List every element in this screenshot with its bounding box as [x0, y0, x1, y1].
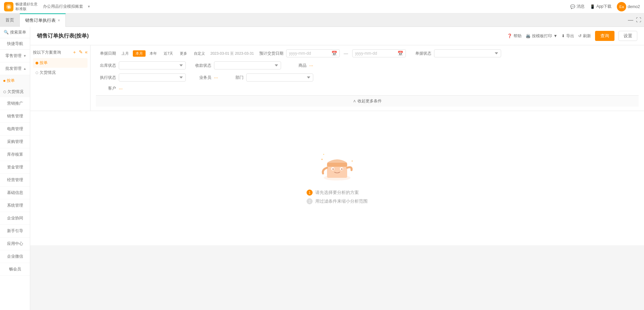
expected-date-start: 📅	[286, 49, 340, 57]
sidebar-shortcut[interactable]: 快捷导航	[0, 38, 30, 50]
date-tab-custom[interactable]: 自定义	[191, 50, 208, 57]
settings-btn[interactable]: 设置	[619, 31, 637, 41]
date-tab-last7days[interactable]: 近7天	[161, 50, 176, 57]
filter-conditions: 单据日期 上月 本月 本年 近7天 更多 自定义 2023-03-01 至 20…	[91, 45, 644, 111]
sidebar-item-marketing[interactable]: 营销推广	[0, 97, 30, 110]
logo-icon: 畅	[4, 2, 13, 11]
tab-home[interactable]: 首页	[0, 13, 20, 27]
sidebar-item-cooperation[interactable]: 企业协同	[0, 212, 30, 225]
filter-row-1: 单据日期 上月 本月 本年 近7天 更多 自定义 2023-03-01 至 20…	[96, 49, 639, 57]
execution-select[interactable]	[119, 73, 186, 82]
tab-maximize-btn[interactable]: ⛶	[636, 17, 641, 23]
filter-group-date: 单据日期 上月 本月 本年 近7天 更多 自定义 2023-03-01 至 20…	[96, 50, 254, 57]
sidebar-item-ecommerce[interactable]: 电商管理	[0, 123, 30, 136]
scheme-dot	[36, 71, 38, 74]
empty-steps: 1 请先选择要分析的方案 2 用过滤条件来缩小分析范围	[307, 190, 368, 207]
refresh-btn[interactable]: ↺ 刷新	[578, 33, 591, 39]
date-tab-thisyear[interactable]: 本年	[147, 50, 160, 57]
date-tab-lastmonth[interactable]: 上月	[119, 50, 131, 57]
sidebar-item-operations[interactable]: 经营管理	[0, 174, 30, 187]
print-dropdown-arrow[interactable]: ▼	[553, 34, 557, 38]
collapse-scheme-btn[interactable]: «	[85, 49, 88, 55]
help-btn[interactable]: ❓ 帮助	[507, 33, 522, 39]
sidebar-sub-item-backorder[interactable]: 欠货情况	[0, 86, 30, 97]
scheme-item-backorder[interactable]: 欠货情况	[33, 68, 88, 78]
sidebar-item-finance[interactable]: 资金管理	[0, 161, 30, 174]
filter-group-execution: 执行状态	[96, 73, 186, 82]
sidebar-item-app-center[interactable]: 应用中心	[0, 238, 30, 250]
filter-scheme-panel: 按以下方案查询 ＋ ✎ « 按单 欠货情况	[30, 45, 91, 111]
sidebar-sub-wholesale: 按单 欠货情况	[0, 75, 30, 97]
sidebar-item-sales[interactable]: 销售管理	[0, 110, 30, 123]
date-tab-more[interactable]: 更多	[177, 50, 190, 57]
tab-close-btn[interactable]: ×	[58, 18, 60, 23]
page-content: 销售订单执行表(按单) ❓ 帮助 🖨️ 按模板打印 ▼ ⬇ 导出 ↺ 刷新	[30, 27, 644, 310]
sidebar-item-newbie[interactable]: 新手引导	[0, 225, 30, 238]
app-dropdown-arrow[interactable]: ▼	[87, 5, 91, 8]
collapse-bar[interactable]: ∧ 收起更多条件	[96, 95, 639, 107]
query-btn[interactable]: 查询	[595, 31, 614, 41]
filter-group-expected-date: 预计交货日期 📅 — 📅	[259, 49, 406, 57]
tab-bar: 首页 销售订单执行表 × — ⛶	[0, 13, 644, 27]
status-select[interactable]	[434, 49, 501, 57]
svg-point-8	[341, 168, 342, 170]
customer-more-btn[interactable]: ···	[119, 86, 123, 91]
sidebar-item-system[interactable]: 系统管理	[0, 199, 30, 212]
calendar-icon-end[interactable]: 📅	[397, 51, 403, 56]
tab-active[interactable]: 销售订单执行表 ×	[20, 13, 66, 27]
filter-panel: 按以下方案查询 ＋ ✎ « 按单 欠货情况	[30, 45, 644, 111]
export-icon: ⬇	[561, 34, 565, 38]
top-bar-right: 💬 消息 📱 App下载 Ea demo2	[570, 2, 640, 11]
message-icon: 💬	[570, 4, 575, 9]
download-icon: 📱	[590, 4, 595, 9]
export-btn[interactable]: ⬇ 导出	[561, 33, 574, 39]
sidebar-item-wholesale[interactable]: 批发管理 ▲	[0, 62, 30, 75]
warehouse-select[interactable]	[119, 61, 186, 69]
add-scheme-btn[interactable]: ＋	[72, 49, 77, 55]
user-profile[interactable]: Ea demo2	[617, 2, 640, 11]
scheme-item-order[interactable]: 按单	[33, 58, 88, 68]
department-select[interactable]	[246, 73, 313, 82]
date-separator: —	[342, 51, 350, 56]
date-tab-thismonth[interactable]: 本月	[133, 50, 146, 57]
print-btn[interactable]: 🖨️ 按模板打印 ▼	[526, 33, 557, 39]
top-bar-left: 畅 畅捷通好生意 标准版 办公用品行业模拟账套 ▼	[4, 2, 91, 11]
message-btn[interactable]: 💬 消息	[570, 4, 585, 9]
expected-date-end: 📅	[352, 49, 406, 57]
sidebar-item-inventory[interactable]: 库存核算	[0, 148, 30, 161]
scheme-active-dot	[36, 62, 38, 64]
sidebar-item-basic-info[interactable]: 基础信息	[0, 187, 30, 199]
salesman-more-btn[interactable]: ···	[214, 75, 218, 80]
sidebar-item-member[interactable]: 畅会员	[0, 263, 30, 276]
sidebar-item-retail[interactable]: 零售管理 ▼	[0, 50, 30, 62]
filter-row-4: 客户 ···	[96, 86, 639, 91]
filter-group-status: 单据状态	[411, 49, 501, 57]
app-download-btn[interactable]: 📱 App下载	[590, 4, 611, 9]
filter-group-salesman: 业务员 ···	[191, 75, 218, 81]
page-header-actions: ❓ 帮助 🖨️ 按模板打印 ▼ ⬇ 导出 ↺ 刷新 查询 设置	[507, 31, 637, 41]
edit-scheme-btn[interactable]: ✎	[79, 49, 83, 55]
goods-more-btn[interactable]: ···	[309, 63, 313, 68]
sidebar-item-purchase[interactable]: 采购管理	[0, 136, 30, 148]
filter-group-department: 部门	[223, 73, 313, 82]
collection-select[interactable]	[214, 61, 281, 69]
filter-scheme-header: 按以下方案查询 ＋ ✎ «	[33, 49, 88, 55]
svg-point-7	[332, 168, 334, 170]
svg-rect-4	[327, 163, 347, 167]
sidebar-item-wechat[interactable]: 企业微信	[0, 250, 30, 263]
svg-point-11	[323, 154, 324, 155]
sidebar-search[interactable]: 🔍 搜索菜单	[0, 27, 30, 38]
calendar-icon-start[interactable]: 📅	[331, 51, 337, 56]
filter-row-2: 出库状态 收款状态 商品 ···	[96, 61, 639, 69]
sidebar-sub-item-order[interactable]: 按单	[0, 75, 30, 86]
top-bar: 畅 畅捷通好生意 标准版 办公用品行业模拟账套 ▼ 💬 消息 📱 App下载 E…	[0, 0, 644, 13]
tab-minimize-btn[interactable]: —	[628, 17, 633, 23]
search-icon: 🔍	[4, 30, 9, 35]
filter-row-3: 执行状态 业务员 ··· 部门	[96, 73, 639, 82]
scheme-icons: ＋ ✎ «	[72, 49, 88, 55]
empty-step-2: 2 用过滤条件来缩小分析范围	[307, 198, 368, 204]
step-num-1: 1	[307, 190, 313, 196]
empty-step-1: 1 请先选择要分析的方案	[307, 190, 368, 196]
collapse-icon: ∧	[353, 99, 356, 103]
empty-illustration	[317, 149, 357, 183]
